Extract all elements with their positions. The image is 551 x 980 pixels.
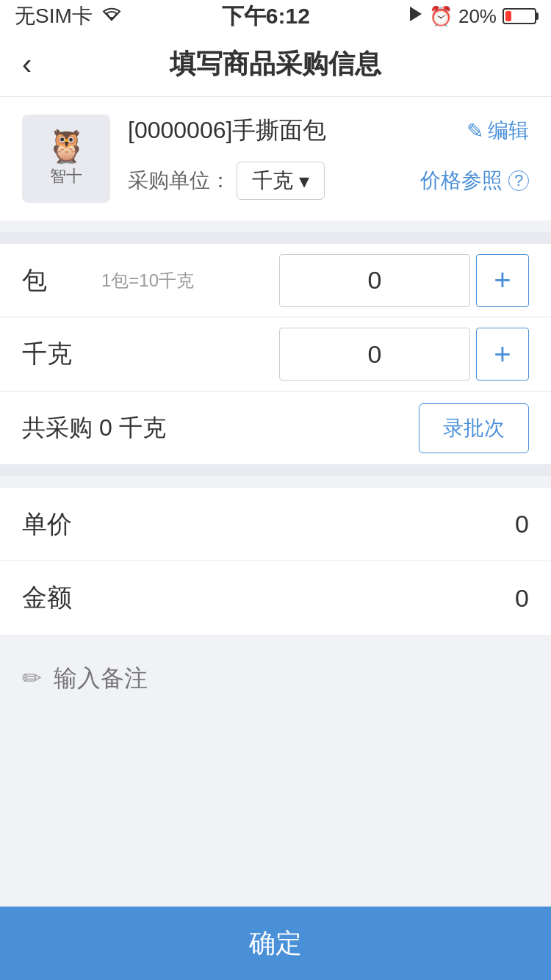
edit-icon: ✎ <box>467 119 483 143</box>
package-label: 包 <box>22 264 96 298</box>
alarm-icon: ⏰ <box>429 5 453 28</box>
page-title: 填写商品采购信息 <box>170 46 381 82</box>
unit-value: 千克 <box>252 167 293 195</box>
kg-input-wrap: + <box>96 328 529 381</box>
package-input-section: 包 1包=10千克 + 千克 + <box>0 244 551 391</box>
notes-edit-icon: ✏ <box>22 664 42 692</box>
location-icon <box>408 5 423 28</box>
kg-input-field[interactable] <box>279 328 470 381</box>
summary-text: 共采购 0 千克 <box>22 412 166 444</box>
package-input-field[interactable] <box>279 254 470 307</box>
status-time: 下午6:12 <box>222 1 310 32</box>
product-unit-row: 采购单位： 千克 ▾ 价格参照 ? <box>128 162 529 200</box>
status-bar: 无SIM卡 下午6:12 ⏰ 20% <box>0 0 551 32</box>
carrier-text: 无SIM卡 <box>15 2 93 30</box>
summary-row: 共采购 0 千克 录批次 <box>0 391 551 464</box>
separator-2 <box>0 464 551 476</box>
kg-input-row: 千克 + <box>0 317 551 391</box>
unit-select-dropdown[interactable]: 千克 ▾ <box>237 162 325 200</box>
battery-indicator <box>503 8 536 24</box>
nav-bar: ‹ 填写商品采购信息 <box>0 32 551 97</box>
amount-label: 金额 <box>22 581 72 615</box>
price-section: 单价 0 金额 0 <box>0 488 551 635</box>
wifi-icon <box>100 4 123 28</box>
product-owl-icon: 🦉 <box>46 130 87 162</box>
confirm-button-label: 确定 <box>249 926 302 962</box>
product-owl-label: 智十 <box>50 165 82 187</box>
amount-row: 金额 0 <box>0 561 551 635</box>
separator-1 <box>0 232 551 244</box>
unit-price-row: 单价 0 <box>0 488 551 561</box>
product-card: 🦉 智十 [0000006]手撕面包 ✎ 编辑 采购单位： 千克 ▾ <box>0 97 551 220</box>
kg-plus-button[interactable]: + <box>476 328 529 381</box>
confirm-button[interactable]: 确定 <box>0 907 551 980</box>
notes-input[interactable] <box>54 665 529 692</box>
price-ref-label: 价格参照 <box>420 167 503 195</box>
edit-label: 编辑 <box>488 117 529 145</box>
battery-percent: 20% <box>458 5 497 28</box>
package-input-wrap: + <box>194 254 529 307</box>
svg-marker-0 <box>410 7 422 21</box>
product-thumbnail: 🦉 智十 <box>22 115 110 203</box>
status-left: 无SIM卡 <box>15 2 123 30</box>
purchase-unit-label: 采购单位： <box>128 167 231 195</box>
battery-fill <box>505 11 511 21</box>
amount-value: 0 <box>515 584 529 613</box>
unit-price-label: 单价 <box>22 508 72 541</box>
back-button[interactable]: ‹ <box>22 48 32 81</box>
kg-label: 千克 <box>22 337 96 371</box>
unit-price-value: 0 <box>515 510 529 538</box>
package-plus-button[interactable]: + <box>476 254 529 307</box>
notes-section: ✏ <box>0 646 551 710</box>
dropdown-arrow-icon: ▾ <box>299 169 309 193</box>
product-name: [0000006]手撕面包 <box>128 115 326 147</box>
batch-button[interactable]: 录批次 <box>419 403 529 453</box>
package-input-row: 包 1包=10千克 + <box>0 244 551 317</box>
edit-button[interactable]: ✎ 编辑 <box>467 117 529 145</box>
product-name-row: [0000006]手撕面包 ✎ 编辑 <box>128 115 529 147</box>
product-info: [0000006]手撕面包 ✎ 编辑 采购单位： 千克 ▾ 价格参照 ? <box>128 115 529 200</box>
package-sublabel: 1包=10千克 <box>101 269 194 292</box>
price-ref-info-icon: ? <box>508 170 529 191</box>
main-content: 🦉 智十 [0000006]手撕面包 ✎ 编辑 采购单位： 千克 ▾ <box>0 97 551 798</box>
price-reference-button[interactable]: 价格参照 ? <box>420 167 529 195</box>
status-right: ⏰ 20% <box>408 5 536 28</box>
